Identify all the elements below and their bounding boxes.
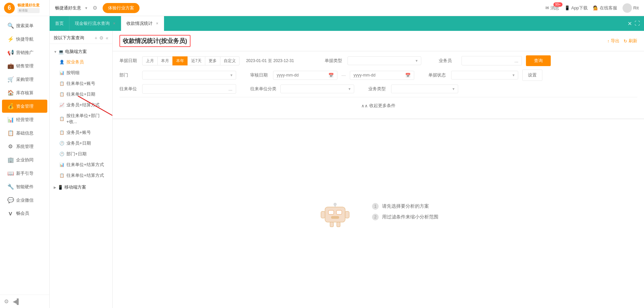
date-tab-more[interactable]: 更多: [205, 56, 220, 65]
sidebar-item-label: 企业微信: [16, 197, 34, 203]
sidebar-item-sales[interactable]: 💼 销售管理: [2, 59, 47, 72]
by-detail-icon: 📊: [59, 70, 64, 75]
review-date-from-calendar-icon[interactable]: 📅: [328, 73, 334, 78]
counterpart-select[interactable]: ...: [142, 84, 236, 94]
sidebar-item-guide[interactable]: 📖 新手引导: [2, 167, 47, 180]
biz-type-select[interactable]: ▾: [391, 85, 458, 93]
message-icon: ✉: [545, 5, 549, 10]
scheme-item-unit-account[interactable]: 📋 往来单位+账号: [50, 78, 112, 89]
sidebar-item-quicknav[interactable]: ⚡ 快捷导航: [2, 33, 47, 46]
online-service-btn[interactable]: 💁 在线客服: [593, 5, 617, 11]
scheme-item-dept-date[interactable]: 🕐 部门+日期: [50, 149, 112, 159]
sidebar-item-label: 库存核算: [16, 90, 34, 96]
page-title: 收款情况统计(按业务员): [123, 37, 187, 45]
review-date-to-field[interactable]: [354, 73, 404, 78]
corp-icon: 🏢: [7, 157, 13, 163]
scheme-item-unit-dept-collect[interactable]: 📋 按往来单位+部门+收...: [50, 110, 112, 127]
query-button[interactable]: 查询: [526, 55, 551, 66]
scheme-item-by-salesman[interactable]: 👤 按业务员: [50, 57, 112, 67]
sidebar-item-vip[interactable]: V 畅会员: [2, 207, 47, 220]
tab-bank-flow-close[interactable]: ×: [113, 21, 115, 26]
scheme-item-salesman-account[interactable]: 📋 业务员+账号: [50, 127, 112, 138]
tab-bank-flow[interactable]: 现金银行流水查询 ×: [69, 16, 121, 31]
tab-maximize-btn[interactable]: ⛶: [635, 20, 640, 27]
svg-point-7: [334, 203, 336, 206]
footer-collapse-icon[interactable]: ◀▌: [13, 298, 20, 305]
header-gear-icon[interactable]: ⚙: [93, 5, 97, 11]
scheme-add-btn[interactable]: +: [95, 35, 97, 41]
sidebar-item-warehouse[interactable]: 🏠 库存核算: [2, 86, 47, 99]
collapse-filter-btn[interactable]: ∧∧ 收起更多条件: [119, 103, 637, 109]
sidebar-item-corp[interactable]: 🏢 企业协同: [2, 153, 47, 166]
tab-close-all-btn[interactable]: ✕: [628, 20, 632, 27]
sidebar-item-smarthw[interactable]: 🔧 智能硬件: [2, 180, 47, 193]
finance-icon: 💰: [7, 103, 13, 109]
scheme-item-unit-method2[interactable]: 📊 往来单位+结算方式: [50, 159, 112, 170]
sidebar-item-operations[interactable]: 📊 经营管理: [2, 113, 47, 126]
review-date-from-field[interactable]: [277, 73, 327, 78]
sidebar-item-finance[interactable]: 💰 资金管理: [2, 100, 47, 113]
system-icon: ⚙: [7, 143, 13, 150]
sidebar-item-system[interactable]: ⚙ 系统管理: [2, 140, 47, 153]
footer-settings-icon[interactable]: ⚙: [4, 298, 9, 305]
refresh-btn[interactable]: ↻ 刷新: [624, 38, 637, 44]
date-tab-last7[interactable]: 近7天: [187, 56, 205, 65]
refresh-label: 刷新: [629, 38, 637, 44]
user-avatar-area[interactable]: Rit: [623, 3, 639, 13]
sidebar-item-label: 企业协同: [16, 157, 34, 163]
tab-home[interactable]: 首页: [50, 16, 69, 31]
salesman-select[interactable]: ...: [462, 56, 522, 65]
user-name: Rit: [633, 5, 639, 10]
sidebar-item-marketing[interactable]: 📢 营销推广: [2, 46, 47, 59]
sidebar-item-search[interactable]: 🔍 搜索菜单: [2, 19, 47, 32]
tab-collection-stat[interactable]: 收款情况统计 ×: [121, 16, 164, 31]
date-tab-curr-month[interactable]: 本月: [157, 56, 172, 65]
header-dropdown-icon[interactable]: ▾: [85, 6, 87, 10]
set-button[interactable]: 设置: [522, 69, 542, 81]
review-date-to-input[interactable]: 📅: [350, 71, 414, 80]
header-left: 畅捷通好生意 ▾ ⚙ 体验行业方案: [55, 3, 140, 13]
review-date-to-calendar-icon[interactable]: 📅: [405, 73, 411, 78]
sidebar-item-basic[interactable]: 📋 基础信息: [2, 126, 47, 140]
doc-type-select[interactable]: ▾: [347, 56, 421, 65]
salesman-more-icon[interactable]: ...: [515, 58, 519, 63]
sidebar-item-label: 搜索菜单: [16, 23, 34, 29]
scheme-item-salesman-date[interactable]: 🕐 业务员+日期: [50, 138, 112, 149]
date-tab-prev-month[interactable]: 上月: [142, 56, 157, 65]
date-tab-custom[interactable]: 自定义: [220, 56, 239, 65]
review-date-from-input[interactable]: 📅: [273, 71, 337, 80]
wechat-icon: 💬: [7, 197, 13, 203]
tab-collection-stat-close[interactable]: ×: [156, 21, 158, 26]
scheme-item-label: 往来单位+结算方式: [66, 172, 104, 178]
message-btn[interactable]: ✉ 消息 99+: [545, 5, 559, 11]
sidebar-item-wechat[interactable]: 💬 企业微信: [2, 194, 47, 207]
app-download-btn[interactable]: 📱 App下载: [565, 5, 588, 11]
scheme-group-desktop: ▼ 💻 电脑端方案 👤 按业务员 📊 按明细 📋 往来单位+账号: [50, 47, 112, 181]
svg-rect-3: [328, 210, 334, 214]
scheme-item-unit-date[interactable]: 📋 往来单位+日期: [50, 89, 112, 100]
trial-button[interactable]: 体验行业方案: [103, 3, 140, 13]
scheme-item-salesman-method[interactable]: 📈 业务员+结算方式: [50, 100, 112, 110]
sidebar-item-label: 新手引导: [16, 170, 34, 176]
scheme-group-desktop-header[interactable]: ▼ 💻 电脑端方案: [50, 47, 112, 57]
scheme-panel-title: 按以下方案查询: [54, 35, 84, 41]
counterpart-more-icon[interactable]: ...: [228, 86, 232, 92]
scheme-collapse-btn[interactable]: «: [106, 35, 108, 41]
date-to: 2023-12-31: [273, 58, 294, 63]
scheme-group-mobile-header[interactable]: ▶ 📱 移动端方案: [50, 182, 112, 192]
date-tab-curr-year[interactable]: 本年: [172, 56, 187, 65]
scheme-item-by-detail[interactable]: 📊 按明细: [50, 67, 112, 78]
dept-select[interactable]: ▾: [142, 71, 236, 80]
doc-status-arrow-icon: ▾: [513, 73, 515, 78]
unit-dept-icon: 📋: [59, 116, 64, 121]
export-btn[interactable]: ↑ 导出: [607, 38, 620, 44]
counterpart-cat-select[interactable]: ▾: [280, 85, 354, 93]
review-date-label: 审核日期: [250, 72, 269, 78]
logo-badge: 标准版: [17, 8, 40, 13]
scheme-item-unit-method3[interactable]: 📋 往来单位+结算方式: [50, 170, 112, 181]
mobile-icon: 📱: [58, 185, 63, 190]
doc-status-select[interactable]: ▾: [451, 71, 518, 80]
basic-icon: 📋: [7, 130, 13, 136]
scheme-settings-btn[interactable]: ⚙: [99, 35, 104, 41]
sidebar-item-purchase[interactable]: 🛒 采购管理: [2, 73, 47, 86]
